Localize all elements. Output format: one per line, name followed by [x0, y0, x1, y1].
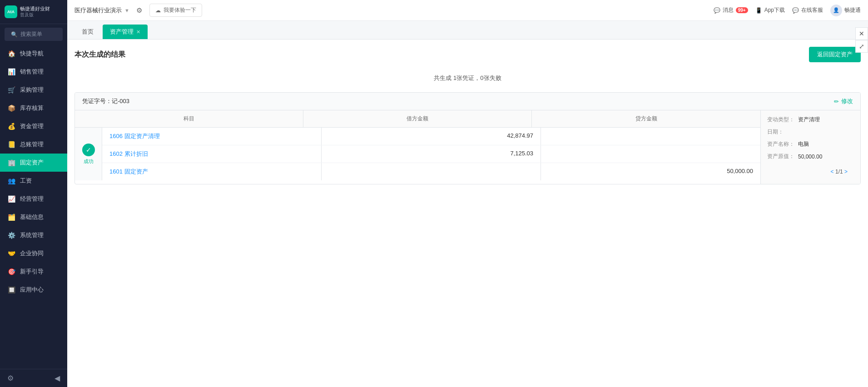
menu-label: 固定资产: [20, 159, 44, 167]
return-button[interactable]: 返回固定资产: [809, 47, 861, 62]
close-panel-button[interactable]: ✕: [855, 27, 868, 40]
purchase-icon: 🛒: [7, 86, 15, 94]
phone-icon: 📱: [755, 7, 762, 14]
sidebar-item-purchase[interactable]: 🛒 采购管理: [0, 81, 67, 99]
tab-asset-label: 资产管理: [110, 28, 134, 36]
sidebar-item-app-center[interactable]: 🔲 应用中心: [0, 281, 67, 299]
app-download-label: App下载: [764, 6, 785, 14]
menu-label: 库存核算: [20, 104, 44, 112]
edit-icon: ✏: [834, 98, 839, 105]
experience-label: 我要体验一下: [164, 6, 196, 14]
sidebar-item-enterprise[interactable]: 🤝 企业协同: [0, 244, 67, 263]
logo-icon: AtA: [5, 5, 17, 18]
sidebar-item-basic-info[interactable]: 🗂️ 基础信息: [0, 208, 67, 226]
subject-link-1[interactable]: 1606 固定资产清理: [109, 133, 160, 139]
menu-label: 资金管理: [20, 122, 44, 130]
voucher-code: 凭证字号：记-003: [82, 97, 129, 105]
menu-label: 新手引导: [20, 268, 44, 276]
search-label: 搜索菜单: [20, 30, 42, 38]
sidebar-item-ledger[interactable]: 📒 总账管理: [0, 135, 67, 154]
original-value-value: 50,000.00: [798, 154, 822, 160]
next-page-button[interactable]: >: [844, 169, 848, 175]
topbar-right: 💬 消息 99+ 📱 App下载 💬 在线客服 👤 畅捷通: [714, 5, 861, 16]
prev-page-button[interactable]: <: [831, 169, 834, 175]
original-value-label: 资产原值：: [767, 153, 794, 160]
message-badge: 99+: [736, 7, 748, 13]
subject-link-3[interactable]: 1601 固定资产: [109, 168, 148, 175]
tab-asset-mgmt[interactable]: 资产管理 ✕: [103, 25, 148, 39]
message-label: 消息: [723, 6, 734, 14]
username-label: 畅捷通: [844, 6, 861, 14]
sidebar-item-guide[interactable]: 🎯 新手引导: [0, 263, 67, 281]
menu-label: 总账管理: [20, 140, 44, 149]
menu-label: 基础信息: [20, 213, 44, 221]
expand-panel-button[interactable]: ⤢: [855, 40, 868, 53]
change-type-label: 变动类型：: [767, 116, 794, 124]
voucher-header: 凭证字号：记-003 ✏ 修改: [75, 93, 860, 110]
message-action[interactable]: 💬 消息 99+: [714, 6, 748, 14]
sidebar-item-quick-nav[interactable]: 🏠 快捷导航: [0, 45, 67, 63]
workspace-arrow-icon: ▼: [124, 8, 129, 13]
sidebar-item-inventory[interactable]: 📦 库存核算: [0, 99, 67, 117]
sidebar-item-fixed-assets[interactable]: 🏢 固定资产: [0, 154, 67, 172]
menu-label: 应用中心: [20, 286, 44, 294]
topbar: 医疗器械行业演示 ▼ ⚙ ☁ 我要体验一下 💬 消息 99+ 📱 App下载: [67, 0, 868, 21]
sidebar-item-payroll[interactable]: 👥 工资: [0, 172, 67, 190]
cell-credit-2: [541, 145, 760, 163]
user-icon: 👤: [833, 7, 839, 13]
app-download-action[interactable]: 📱 App下载: [755, 6, 785, 14]
menu-label: 系统管理: [20, 231, 44, 239]
experience-button[interactable]: ☁ 我要体验一下: [149, 4, 202, 17]
operations-icon: 📈: [7, 195, 15, 203]
inventory-icon: 📦: [7, 104, 15, 112]
menu-label: 企业协同: [20, 249, 44, 258]
sidebar-item-finance[interactable]: 💰 资金管理: [0, 117, 67, 135]
sidebar-search[interactable]: 🔍 搜索菜单: [5, 28, 63, 41]
fixed-assets-icon: 🏢: [7, 159, 15, 167]
menu-label: 经营管理: [20, 195, 44, 203]
workspace-name: 医疗器械行业演示: [74, 6, 122, 15]
user-action[interactable]: 👤 畅捷通: [830, 5, 861, 16]
side-row-date: 日期：: [767, 128, 854, 136]
success-indicator: ✓ 成功: [75, 128, 102, 180]
menu-label: 工资: [20, 177, 32, 185]
logo-title: 畅捷通好业财: [20, 5, 50, 12]
tab-close-icon[interactable]: ✕: [136, 29, 140, 35]
summary-bar: 共生成 1张凭证，0张失败: [74, 69, 861, 87]
col-subject: 科目: [75, 110, 303, 127]
message-icon: 💬: [714, 7, 720, 14]
summary-text: 共生成 1张凭证，0张失败: [434, 74, 501, 81]
collapse-icon[interactable]: ◀: [55, 374, 60, 382]
sidebar-item-operations[interactable]: 📈 经营管理: [0, 190, 67, 208]
edit-button[interactable]: ✏ 修改: [834, 97, 853, 105]
page-content: 本次生成的结果 返回固定资产 共生成 1张凭证，0张失败 凭证字号：记-003 …: [67, 40, 868, 387]
workspace-settings-button[interactable]: ⚙: [133, 4, 146, 17]
workspace-selector[interactable]: 医疗器械行业演示 ▼: [74, 6, 129, 15]
change-type-value: 资产清理: [798, 116, 820, 124]
finance-icon: 💰: [7, 122, 15, 130]
tabbar: 首页 资产管理 ✕: [67, 21, 868, 40]
subject-link-2[interactable]: 1602 累计折旧: [109, 150, 148, 157]
sidebar-item-system[interactable]: ⚙️ 系统管理: [0, 226, 67, 244]
enterprise-icon: 🤝: [7, 249, 15, 258]
settings-bottom-icon[interactable]: ⚙: [7, 374, 14, 382]
table-header: 科目 借方金额 贷方金额: [75, 110, 760, 128]
online-service-action[interactable]: 💬 在线客服: [792, 6, 823, 14]
asset-name-label: 资产名称：: [767, 140, 794, 148]
success-check-icon: ✓: [82, 144, 95, 156]
sidebar-item-sales[interactable]: 📊 销售管理: [0, 63, 67, 81]
gear-icon: ⚙: [136, 6, 142, 15]
sidebar: AtA 畅捷通好业财 普及版 🔍 搜索菜单 🏠 快捷导航 📊 销售管理 🛒 采购…: [0, 0, 67, 387]
side-row-asset-name: 资产名称： 电脑: [767, 140, 854, 148]
system-icon: ⚙️: [7, 231, 15, 239]
tab-home[interactable]: 首页: [74, 25, 101, 39]
sidebar-logo: AtA 畅捷通好业财 普及版: [0, 0, 67, 24]
col-debit: 借方金额: [303, 110, 532, 127]
sales-icon: 📊: [7, 68, 15, 76]
logo-subtitle: 普及版: [20, 12, 50, 18]
search-icon: 🔍: [11, 31, 18, 38]
page-info: 1/1: [835, 169, 844, 175]
cell-subject-2: 1602 累计折旧: [102, 145, 322, 163]
cell-credit-1: [541, 128, 760, 145]
table-rows: 1606 固定资产清理 42,874.97 1602 累计折旧 7,125: [102, 128, 760, 180]
